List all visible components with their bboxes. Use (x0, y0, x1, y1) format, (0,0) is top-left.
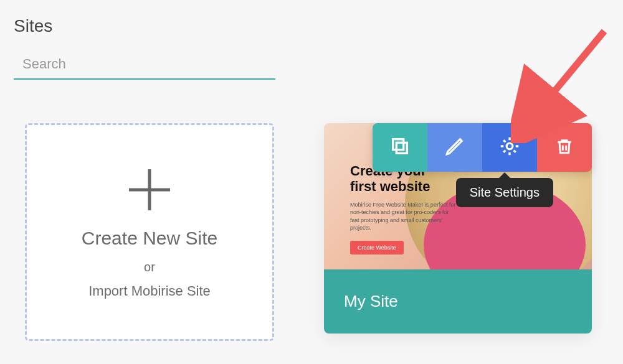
pencil-icon (444, 136, 465, 159)
trash-icon (554, 136, 574, 159)
import-site-label: Import Mobirise Site (88, 283, 211, 299)
plus-icon (125, 166, 174, 217)
gear-icon (498, 135, 521, 160)
create-new-site-label: Create New Site (82, 228, 217, 249)
search-input[interactable] (14, 54, 275, 80)
clone-button[interactable] (373, 123, 427, 172)
site-card[interactable]: Create your first website Mobirise Free … (324, 123, 592, 334)
page-title: Sites (0, 0, 623, 36)
svg-rect-1 (393, 139, 404, 150)
create-new-site-card[interactable]: Create New Site or Import Mobirise Site (25, 123, 274, 341)
site-toolbar (373, 123, 592, 172)
settings-button[interactable] (482, 123, 537, 172)
delete-button[interactable] (537, 123, 592, 172)
thumb-cta-button: Create Website (350, 241, 404, 254)
svg-point-2 (506, 143, 513, 149)
edit-button[interactable] (427, 123, 482, 172)
create-or-label: or (144, 260, 155, 274)
search-container (14, 54, 275, 80)
settings-tooltip: Site Settings (456, 178, 553, 207)
svg-rect-0 (396, 142, 407, 153)
thumb-subtext: Mobirise Free Website Maker is perfect f… (350, 201, 456, 232)
site-label-bar: My Site (324, 269, 592, 334)
site-name: My Site (344, 292, 398, 311)
cards-row: Create New Site or Import Mobirise Site … (0, 80, 623, 341)
clone-icon (389, 136, 411, 159)
